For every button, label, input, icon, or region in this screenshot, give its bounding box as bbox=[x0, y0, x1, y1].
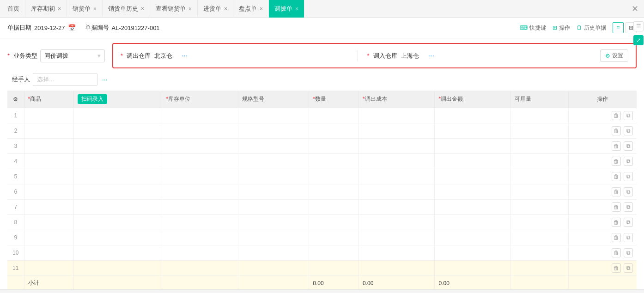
unit-cell-6[interactable] bbox=[162, 184, 238, 200]
out-warehouse-more-button[interactable]: ··· bbox=[182, 52, 188, 60]
unit-cell-10[interactable] bbox=[162, 245, 238, 261]
delete-row-10-button[interactable]: 🗑 bbox=[612, 248, 621, 257]
spec-cell-8[interactable] bbox=[238, 215, 309, 230]
cost-cell-4[interactable] bbox=[359, 154, 435, 169]
amount-cell-6[interactable] bbox=[435, 184, 510, 200]
col-gear[interactable]: ⚙ bbox=[7, 91, 24, 108]
delete-row-2-button[interactable]: 🗑 bbox=[612, 126, 621, 135]
tab-inventory-init[interactable]: 库存期初× bbox=[25, 0, 67, 18]
cost-cell-2[interactable] bbox=[359, 123, 435, 139]
tab-sales-order[interactable]: 销货单× bbox=[67, 0, 103, 18]
cost-cell-9[interactable] bbox=[359, 230, 435, 245]
unit-cell-7[interactable] bbox=[162, 200, 238, 215]
tab-purchase-order[interactable]: 进货单× bbox=[198, 0, 233, 18]
cost-cell-3[interactable] bbox=[359, 139, 435, 154]
copy-row-3-button[interactable]: ⧉ bbox=[624, 141, 633, 151]
unit-cell-5[interactable] bbox=[162, 169, 238, 184]
unit-cell-2[interactable] bbox=[162, 123, 238, 139]
product-cell-2[interactable] bbox=[24, 123, 74, 139]
sidebar-expand-icon[interactable]: ⤢ bbox=[633, 35, 644, 45]
delete-row-6-button[interactable]: 🗑 bbox=[612, 187, 621, 196]
spec-cell-10[interactable] bbox=[238, 245, 309, 261]
product-cell-9[interactable] bbox=[24, 230, 74, 245]
qty-cell-5[interactable] bbox=[309, 169, 359, 184]
tab-close-view-sales[interactable]: × bbox=[188, 6, 192, 12]
qty-cell-8[interactable] bbox=[309, 215, 359, 230]
unit-cell-1[interactable] bbox=[162, 108, 238, 123]
qty-cell-4[interactable] bbox=[309, 154, 359, 169]
spec-cell-9[interactable] bbox=[238, 230, 309, 245]
amount-cell-9[interactable] bbox=[435, 230, 510, 245]
unit-cell-11[interactable] bbox=[162, 261, 238, 276]
product-cell-5[interactable] bbox=[24, 169, 74, 184]
tab-home[interactable]: 首页 bbox=[4, 0, 25, 18]
copy-row-1-button[interactable]: ⧉ bbox=[624, 111, 633, 120]
product-cell-7[interactable] bbox=[24, 200, 74, 215]
spec-cell-5[interactable] bbox=[238, 169, 309, 184]
cost-cell-10[interactable] bbox=[359, 245, 435, 261]
qty-cell-2[interactable] bbox=[309, 123, 359, 139]
handler-more-button[interactable]: ··· bbox=[102, 76, 108, 83]
amount-cell-5[interactable] bbox=[435, 169, 510, 184]
product-cell-8[interactable] bbox=[24, 215, 74, 230]
product-cell-6[interactable] bbox=[24, 184, 74, 200]
tab-close-purchase-order[interactable]: × bbox=[224, 6, 227, 12]
sidebar-list-icon[interactable]: ☰ bbox=[633, 21, 644, 31]
copy-row-9-button[interactable]: ⧉ bbox=[624, 233, 633, 242]
delete-row-11-button[interactable]: 🗑 bbox=[612, 263, 621, 273]
tab-close-inventory-init[interactable]: × bbox=[58, 6, 61, 12]
copy-row-6-button[interactable]: ⧉ bbox=[624, 187, 633, 196]
tab-stocktake[interactable]: 盘点单× bbox=[233, 0, 269, 18]
shortcuts-button[interactable]: ⌨ 快捷键 bbox=[520, 24, 546, 32]
out-warehouse-value[interactable]: 北京仓 bbox=[154, 52, 172, 60]
qty-cell-7[interactable] bbox=[309, 200, 359, 215]
amount-cell-11[interactable] bbox=[435, 261, 510, 276]
amount-cell-1[interactable] bbox=[435, 108, 510, 123]
product-cell-10[interactable] bbox=[24, 245, 74, 261]
qty-cell-3[interactable] bbox=[309, 139, 359, 154]
delete-row-1-button[interactable]: 🗑 bbox=[612, 111, 621, 120]
product-cell-11[interactable] bbox=[24, 261, 74, 276]
copy-row-8-button[interactable]: ⧉ bbox=[624, 218, 633, 227]
business-type-select[interactable]: 同价调拨 ▾ bbox=[40, 49, 105, 62]
cost-cell-11[interactable] bbox=[359, 261, 435, 276]
spec-cell-1[interactable] bbox=[238, 108, 309, 123]
doc-date-value[interactable]: 2019-12-27 bbox=[34, 24, 65, 31]
tab-view-sales[interactable]: 查看销货单× bbox=[150, 0, 198, 18]
operations-button[interactable]: ⊞ 操作 bbox=[553, 24, 570, 32]
delete-row-5-button[interactable]: 🗑 bbox=[612, 172, 621, 181]
unit-cell-9[interactable] bbox=[162, 230, 238, 245]
delete-row-9-button[interactable]: 🗑 bbox=[612, 233, 621, 242]
window-close-button[interactable]: ✕ bbox=[632, 4, 638, 14]
cost-cell-1[interactable] bbox=[359, 108, 435, 123]
spec-cell-4[interactable] bbox=[238, 154, 309, 169]
settings-button[interactable]: ⚙ 设置 bbox=[600, 49, 628, 62]
in-warehouse-value[interactable]: 上海仓 bbox=[401, 52, 419, 60]
product-cell-1[interactable] bbox=[24, 108, 74, 123]
copy-row-7-button[interactable]: ⧉ bbox=[624, 202, 633, 212]
calendar-icon[interactable]: 📅 bbox=[68, 24, 76, 31]
unit-cell-4[interactable] bbox=[162, 154, 238, 169]
qty-cell-9[interactable] bbox=[309, 230, 359, 245]
spec-cell-6[interactable] bbox=[238, 184, 309, 200]
delete-row-3-button[interactable]: 🗑 bbox=[612, 141, 621, 151]
amount-cell-7[interactable] bbox=[435, 200, 510, 215]
tab-close-stocktake[interactable]: × bbox=[260, 6, 263, 12]
tab-sales-history[interactable]: 销货单历史× bbox=[103, 0, 150, 18]
spec-cell-11[interactable] bbox=[238, 261, 309, 276]
amount-cell-8[interactable] bbox=[435, 215, 510, 230]
tab-close-sales-history[interactable]: × bbox=[141, 6, 144, 12]
in-warehouse-more-button[interactable]: ··· bbox=[428, 52, 434, 60]
cost-cell-7[interactable] bbox=[359, 200, 435, 215]
horizontal-scrollbar[interactable] bbox=[0, 289, 644, 293]
layout-list-button[interactable]: ≡ bbox=[613, 22, 624, 33]
copy-row-5-button[interactable]: ⧉ bbox=[624, 172, 633, 181]
history-button[interactable]: 🗒 历史单据 bbox=[577, 24, 606, 32]
tab-close-transfer[interactable]: × bbox=[295, 6, 298, 12]
qty-cell-6[interactable] bbox=[309, 184, 359, 200]
cost-cell-8[interactable] bbox=[359, 215, 435, 230]
spec-cell-2[interactable] bbox=[238, 123, 309, 139]
delete-row-4-button[interactable]: 🗑 bbox=[612, 157, 621, 166]
product-cell-4[interactable] bbox=[24, 154, 74, 169]
spec-cell-3[interactable] bbox=[238, 139, 309, 154]
